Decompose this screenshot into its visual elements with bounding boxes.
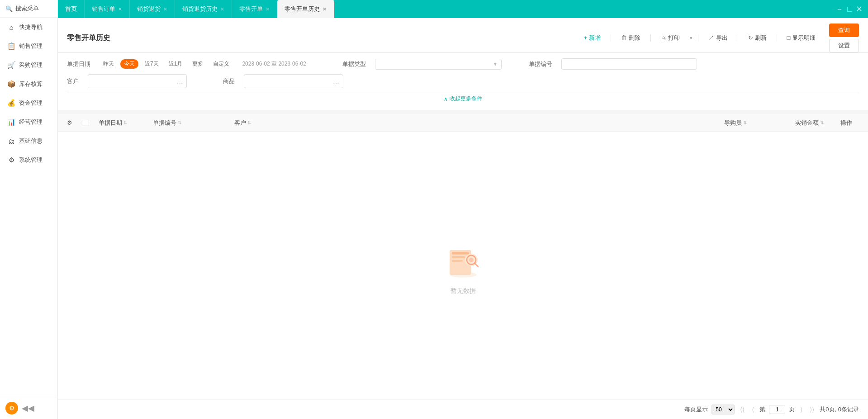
tabs-bar-right: － □ ✕ bbox=[835, 4, 868, 14]
sidebar-item-system[interactable]: ⚙系统管理 bbox=[0, 151, 57, 169]
tab-sales-return[interactable]: 销货退货✕ bbox=[130, 0, 175, 18]
th-checkbox[interactable] bbox=[78, 116, 94, 130]
window-maximize-icon[interactable]: □ bbox=[847, 5, 852, 14]
sidebar-item-sales-mgmt[interactable]: 📋销售管理 bbox=[0, 37, 57, 56]
sidebar-item-operation[interactable]: 📊经营管理 bbox=[0, 113, 57, 132]
show-detail-button[interactable]: □ 显示明细 bbox=[783, 32, 820, 44]
th-settings[interactable]: ⚙ bbox=[62, 116, 78, 130]
sidebar-item-finance[interactable]: 💰资金管理 bbox=[0, 94, 57, 113]
select-all-checkbox[interactable] bbox=[83, 120, 89, 126]
th-guide[interactable]: 导购员 ⇅ bbox=[720, 115, 774, 131]
date-shortcut-last_month[interactable]: 近1月 bbox=[165, 59, 186, 69]
customer-input[interactable] bbox=[92, 76, 177, 86]
delete-button[interactable]: 🗑 删除 bbox=[617, 32, 645, 44]
last-page-button[interactable]: ⟩⟩ bbox=[808, 405, 816, 414]
bill-type-label: 单据类型 bbox=[342, 60, 366, 68]
tab-sales-return-history[interactable]: 销货退货历史✕ bbox=[175, 0, 232, 18]
total-info: 共0页, 0条记录 bbox=[820, 405, 859, 414]
bill-type-select[interactable]: ▾ bbox=[375, 59, 502, 70]
date-shortcuts: 昨天今天近7天近1月更多自定义 bbox=[100, 59, 233, 69]
th-date[interactable]: 单据日期 ⇅ bbox=[94, 115, 148, 131]
th-amount-label: 实销金额 bbox=[795, 119, 819, 127]
toolbar-divider-1 bbox=[611, 34, 611, 42]
th-ops-label: 操作 bbox=[840, 119, 852, 127]
date-shortcut-more[interactable]: 更多 bbox=[189, 59, 207, 69]
print-button[interactable]: 🖨 打印 bbox=[656, 32, 685, 44]
goods-dots-icon[interactable]: ... bbox=[333, 77, 339, 85]
sidebar-item-basic-info[interactable]: 🗂基础信息 bbox=[0, 132, 57, 151]
date-shortcut-last7[interactable]: 近7天 bbox=[141, 59, 162, 69]
bill-no-input[interactable] bbox=[561, 58, 697, 70]
settings-toolbar-button[interactable]: 设置 bbox=[829, 39, 859, 52]
sidebar: 🔍 搜索采单 ⌂快捷导航📋销售管理🛒采购管理📦库存核算💰资金管理📊经营管理🗂基础… bbox=[0, 0, 58, 419]
page-header: 零售开单历史 + 新增 🗑 删除 🖨 打印 ▾ ↗ 导出 ↻ 刷新 □ 显示明细… bbox=[58, 18, 868, 53]
sidebar-item-inventory[interactable]: 📦库存核算 bbox=[0, 75, 57, 94]
query-button[interactable]: 查询 bbox=[829, 24, 859, 37]
filter-row-1: 单据日期 昨天今天近7天近1月更多自定义 2023-06-02 至 2023-0… bbox=[67, 58, 859, 70]
svg-rect-3 bbox=[452, 256, 465, 258]
tab-close-sales-order[interactable]: ✕ bbox=[118, 6, 122, 12]
sidebar-icon-basic-info: 🗂 bbox=[7, 137, 15, 145]
th-no-label: 单据编号 bbox=[153, 119, 176, 127]
empty-text: 暂无数据 bbox=[451, 287, 476, 295]
collapse-label: 收起更多条件 bbox=[450, 95, 482, 103]
sidebar-icon-sales-mgmt: 📋 bbox=[7, 42, 15, 50]
page-title: 零售开单历史 bbox=[67, 33, 110, 43]
tab-label-sales-order: 销售订单 bbox=[92, 5, 115, 13]
th-ops: 操作 bbox=[828, 115, 864, 131]
window-minimize-icon[interactable]: － bbox=[835, 4, 844, 14]
print-arrow-icon[interactable]: ▾ bbox=[690, 35, 693, 41]
tab-close-retail-open[interactable]: ✕ bbox=[266, 6, 270, 12]
empty-state: 暂无数据 bbox=[58, 132, 868, 400]
svg-line-7 bbox=[475, 264, 478, 267]
th-amount-sort-icon: ⇅ bbox=[820, 120, 824, 125]
th-amount[interactable]: 实销金额 ⇅ bbox=[774, 115, 828, 131]
date-shortcut-today[interactable]: 今天 bbox=[120, 59, 138, 69]
sidebar-search[interactable]: 🔍 搜索采单 bbox=[0, 0, 57, 18]
sidebar-label-inventory: 库存核算 bbox=[19, 80, 43, 88]
page-label: 第 bbox=[759, 405, 765, 414]
sidebar-label-purchase-mgmt: 采购管理 bbox=[19, 61, 43, 69]
collapse-sidebar-button[interactable]: ◀◀ bbox=[22, 403, 34, 413]
tab-close-retail-history[interactable]: ✕ bbox=[323, 6, 327, 12]
sidebar-item-quick-nav[interactable]: ⌂快捷导航 bbox=[0, 18, 57, 37]
page-input[interactable] bbox=[769, 405, 785, 414]
next-page-button[interactable]: ⟩ bbox=[798, 405, 804, 414]
th-customer[interactable]: 客户 ⇅ bbox=[230, 115, 720, 131]
tab-home[interactable]: 首页 bbox=[58, 0, 85, 18]
prev-page-button[interactable]: ⟨ bbox=[750, 405, 756, 414]
table-area: ⚙ 单据日期 ⇅ 单据编号 ⇅ 客户 ⇅ 导购员 bbox=[58, 114, 868, 419]
search-icon: 🔍 bbox=[5, 5, 13, 12]
add-button[interactable]: + 新增 bbox=[579, 32, 605, 44]
th-guide-label: 导购员 bbox=[724, 119, 742, 127]
th-date-label: 单据日期 bbox=[99, 119, 122, 127]
first-page-button[interactable]: ⟨⟨ bbox=[738, 405, 746, 414]
tab-sales-order[interactable]: 销售订单✕ bbox=[85, 0, 130, 18]
date-shortcut-yesterday[interactable]: 昨天 bbox=[100, 59, 118, 69]
th-customer-sort-icon: ⇅ bbox=[247, 120, 251, 125]
tab-retail-open[interactable]: 零售开单✕ bbox=[232, 0, 277, 18]
tab-retail-history[interactable]: 零售开单历史✕ bbox=[277, 0, 334, 18]
toolbar-divider-4 bbox=[738, 34, 738, 42]
tab-label-retail-history: 零售开单历史 bbox=[285, 5, 320, 13]
export-button[interactable]: ↗ 导出 bbox=[704, 32, 732, 44]
tab-close-sales-return-history[interactable]: ✕ bbox=[220, 6, 224, 12]
refresh-button[interactable]: ↻ 刷新 bbox=[744, 32, 771, 44]
tab-close-sales-return[interactable]: ✕ bbox=[163, 6, 167, 12]
sidebar-label-system: 系统管理 bbox=[19, 156, 43, 164]
sidebar-item-purchase-mgmt[interactable]: 🛒采购管理 bbox=[0, 56, 57, 75]
collapse-more-btn[interactable]: ∧ 收起更多条件 bbox=[67, 93, 859, 104]
th-no[interactable]: 单据编号 ⇅ bbox=[148, 115, 230, 131]
toolbar-divider-3 bbox=[698, 34, 698, 42]
settings-col-icon: ⚙ bbox=[67, 119, 72, 126]
goods-input[interactable] bbox=[248, 76, 333, 86]
sidebar-label-operation: 经营管理 bbox=[19, 118, 43, 126]
bill-type-arrow-icon: ▾ bbox=[494, 61, 497, 67]
page-size-select[interactable]: 20 50 100 bbox=[711, 405, 735, 414]
window-close-icon[interactable]: ✕ bbox=[856, 4, 863, 14]
filter-row-2: 客户 ... 商品 ... bbox=[67, 74, 859, 88]
date-shortcut-custom[interactable]: 自定义 bbox=[209, 59, 233, 69]
page-size-label: 每页显示 bbox=[684, 405, 708, 414]
customer-dots-icon[interactable]: ... bbox=[177, 77, 183, 85]
settings-button[interactable]: ⚙ bbox=[5, 402, 18, 414]
